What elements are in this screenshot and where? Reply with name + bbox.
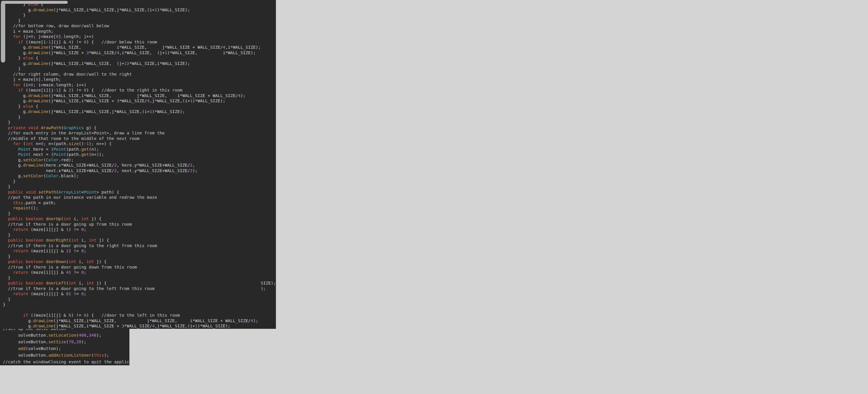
code-line: g.drawLine(j*WALL_SIZE,i*WALL_SIZE + 3*W…: [3, 98, 261, 104]
code-line: return (maze[i][j] & 4) != 0;: [3, 270, 261, 275]
code-line: }: [3, 66, 261, 71]
code-line: }: [3, 184, 261, 189]
code-line: add(solveButton);: [3, 345, 129, 352]
code-line: for (int n=0; n<(path.size()-1); n++) {: [3, 141, 261, 147]
code-line: Point here = (Point)path.get(n);: [3, 147, 261, 152]
code-line: }: [3, 297, 261, 302]
code-line: i = maze.length;: [3, 29, 261, 34]
code-line: g.drawLine(j*WALL_SIZE, i*WALL_SIZE, j*W…: [3, 44, 261, 50]
code-line: public boolean doorRight(int i, int j) {: [3, 238, 261, 243]
code-line: public boolean doorDown(int i, int j) {: [3, 259, 261, 265]
code-line: //for right column, draw door/wall to th…: [3, 71, 261, 77]
code-line: g.drawLine(j*WALL_SIZE,i*WALL_SIZE,j*WAL…: [3, 7, 261, 13]
code-line: g.drawLine(here.x*WALL_SIZE+WALL_SIZE/2,…: [3, 162, 261, 168]
code-line: } else {: [3, 104, 261, 109]
code-line: //for each entry in the ArrayList<Point>…: [3, 130, 261, 136]
code-line: }: [3, 18, 261, 24]
code-line: public boolean doorLeft(int i, int j) {: [3, 280, 261, 286]
code-line: private void drawPath(Graphics g) {: [3, 125, 261, 131]
code-line: //middle of that room to the middle of t…: [3, 136, 261, 141]
code-line: g.drawLine(j*WALL_SIZE,i*WALL_SIZE,j*WAL…: [3, 109, 261, 115]
code-line: for (j=0; j<maze[0].length; j++): [3, 34, 261, 39]
code-line: g.setColor(Color.black);: [3, 173, 261, 179]
code-line: return (maze[i][j] & 2) != 0;: [3, 248, 261, 254]
code-line: }: [3, 232, 261, 238]
code-line: if ((maze[i][j-1] & 2) != 0) { //door to…: [3, 88, 261, 93]
code-line: g.drawLine(j*WALL_SIZE,i*WALL_SIZE, j*WA…: [3, 93, 261, 98]
code-line: return (maze[i][j] & 8) != 0;: [3, 291, 261, 297]
code-line: //for bottom row, draw door/wall below: [3, 23, 261, 29]
code-line: }: [3, 275, 261, 281]
code-line: }: [3, 120, 261, 125]
code-line: g.drawLine(j*WALL_SIZE,i*WALL_SIZE, (j+1…: [3, 61, 261, 66]
code-line: //true if there is a door going to the l…: [3, 286, 261, 292]
code-line: //put the path in our instance variable …: [3, 195, 261, 200]
code-line: if ((maze[i-1][j] & 4) != 0) { //door be…: [3, 39, 261, 45]
code-line: return (maze[i][j] & 1) != 0;: [3, 227, 261, 232]
code-line: //true if there is a door going up from …: [3, 222, 261, 227]
code-line: public boolean doorUp(int i, int j) {: [3, 216, 261, 222]
code-line: }: [3, 211, 261, 216]
code-line: }: [3, 179, 261, 184]
code-line: next.x*WALL_SIZE+WALL_SIZE/2, next.y*WAL…: [3, 168, 261, 174]
code-line: g.setColor(Color.red);: [3, 157, 261, 163]
code-line: j = maze[0].length;: [3, 77, 261, 82]
code-line: [3, 307, 276, 313]
code-line: }: [3, 254, 261, 259]
code-line: solveButton.setLocation(400,348);: [3, 332, 129, 339]
code-line: solveButton.addActionListener(this);: [3, 352, 129, 359]
code-line: solveButton.setSize(70,20);: [3, 339, 129, 345]
code-line: }: [3, 302, 261, 307]
code-line: //true if there is a door going down fro…: [3, 265, 261, 270]
code-line: public void setPath(ArrayList<Point> pat…: [3, 189, 261, 195]
code-line: if ((maze[i][j] & 8) != 0) { //door to t…: [3, 312, 276, 318]
code-line: Point next = (Point)path.get(n+1);: [3, 152, 261, 157]
code-line: g.drawLine(j*WALL_SIZE,i*WALL_SIZE, j*WA…: [3, 318, 276, 324]
vertical-scrollbar-thumb[interactable]: [1, 2, 5, 63]
code-line: //true if there is a door going to the r…: [3, 243, 261, 249]
code-line: this.path = path;: [3, 200, 261, 206]
code-line: g.drawLine(j*WALL_SIZE + 3*WALL_SIZE/4,i…: [3, 50, 261, 56]
code-pane-4[interactable]: } else { g.drawLine(j*WALL_SIZE,i*WALL_S…: [0, 0, 261, 307]
code-line: for (i=0; i<maze.length; i++): [3, 82, 261, 88]
code-line: }: [3, 12, 261, 18]
code-line: }: [3, 115, 261, 120]
code-line: //catch the windowClosing event to quit …: [3, 359, 129, 365]
code-line: g.drawLine(j*WALL_SIZE,i*WALL_SIZE + 3*W…: [3, 323, 276, 329]
code-section: } else { g.drawLine(j*WALL_SIZE,i*WALL_S…: [3, 2, 261, 307]
code-line: repaint();: [3, 205, 261, 211]
code-line: } else {: [3, 55, 261, 61]
horizontal-scrollbar-thumb[interactable]: [1, 1, 68, 4]
